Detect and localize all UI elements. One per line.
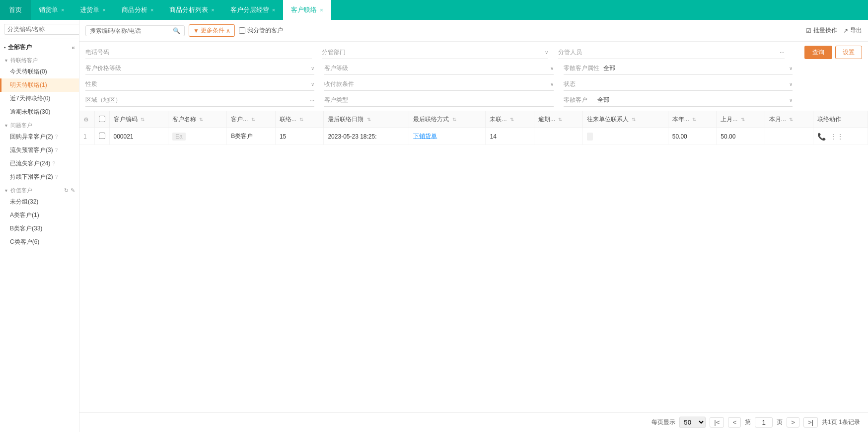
row-checkbox[interactable]: [99, 133, 105, 139]
th-last-contact-date[interactable]: 最后联络日期 ⇅: [324, 111, 409, 128]
th-this-year[interactable]: 本年... ⇅: [668, 111, 717, 128]
filter-customer-type: 客户类型: [324, 94, 553, 107]
th-overdue[interactable]: 逾期... ⇅: [534, 111, 583, 128]
filter-price-level[interactable]: 客户价格等级 ∨: [85, 62, 314, 75]
nav-customer-tier-close[interactable]: ×: [272, 7, 275, 13]
filter-nature[interactable]: 性质 ∨: [85, 78, 314, 91]
filter-customer-level[interactable]: 客户等级 ∨: [324, 62, 553, 75]
filter-status[interactable]: 状态 ∨: [564, 78, 793, 91]
filter-nature-arrow[interactable]: ∨: [311, 81, 314, 87]
batch-checkbox-icon: ☑: [806, 27, 811, 34]
nav-sales[interactable]: 销货单 ×: [31, 0, 72, 20]
contact-person-blurred: [587, 133, 593, 141]
th-last-month[interactable]: 上月... ⇅: [717, 111, 765, 128]
page-next-btn[interactable]: >: [787, 417, 799, 428]
filter-region-dots[interactable]: ···: [309, 97, 314, 104]
per-page-select[interactable]: 50 100 200: [679, 417, 706, 428]
td-this-year: 50.00: [668, 128, 717, 145]
filter-retail[interactable]: 零散客户 全部 ∨: [564, 94, 793, 107]
filter-price-arrow[interactable]: ∨: [311, 66, 314, 71]
per-page-label: 每页显示: [651, 418, 675, 427]
pagination: 每页显示 50 100 200 |< < 第 页 > >| 共1页 1条记录: [79, 412, 868, 432]
help-icon-declining: ?: [55, 174, 58, 180]
toolbar-filter-btn[interactable]: ▼ 更多条件 ∧: [189, 24, 235, 37]
batch-operation-btn[interactable]: ☑ 批量操作: [806, 26, 837, 35]
sidebar-collapse-icon[interactable]: «: [72, 44, 75, 51]
value-customers-refresh[interactable]: ↻: [64, 187, 69, 194]
sidebar-item-declining[interactable]: 持续下滑客户(2) ?: [0, 170, 79, 184]
sidebar-item-class-c[interactable]: C类客户(6): [0, 235, 79, 249]
filter-retail-attr-arrow[interactable]: ∨: [789, 66, 793, 71]
sidebar-item-churned[interactable]: 已流失客户(24) ?: [0, 157, 79, 170]
toolbar-right: ☑ 批量操作 ↗ 导出: [806, 26, 862, 35]
sidebar-item-class-a[interactable]: A类客户(1): [0, 209, 79, 222]
nav-goods-analysis-list[interactable]: 商品分析列表 ×: [161, 0, 222, 20]
sidebar-item-week[interactable]: 近7天待联络(0): [0, 92, 79, 105]
filter-payment[interactable]: 收付款条件 ∨: [324, 78, 553, 91]
nav-goods-analysis-list-close[interactable]: ×: [211, 7, 214, 13]
page-first-btn[interactable]: |<: [710, 417, 724, 428]
contact-method-link[interactable]: 下销货单: [413, 133, 437, 140]
sidebar-item-overdue[interactable]: 逾期未联络(30): [0, 105, 79, 119]
filter-customer-level-arrow[interactable]: ∨: [550, 66, 554, 71]
sidebar-item-churn-warning[interactable]: 流失预警客户(3) ?: [0, 144, 79, 157]
th-name[interactable]: 客户名称 ⇅: [168, 111, 226, 128]
main-layout: 🔍 ▪ 全部客户 « 待联络客户 今天待联络(0) 明天待联络(1) 近7天待联…: [0, 20, 868, 432]
filter-row-2: 客户价格等级 ∨ 客户等级 ∨ 零散客户属性 全部 ∨: [85, 62, 862, 75]
filter-phone-input[interactable]: [119, 49, 312, 56]
th-contact-count[interactable]: 联络... ⇅: [275, 111, 324, 128]
my-customers-checkbox[interactable]: [239, 27, 245, 34]
sort-icon-last-month: ⇅: [741, 117, 745, 122]
nav-customer-contact-close[interactable]: ×: [320, 7, 323, 13]
action-phone-icon[interactable]: 📞: [817, 133, 826, 141]
sidebar-item-repurchase-abnormal[interactable]: 回购异常客户(2) ?: [0, 130, 79, 144]
filter-department-arrow[interactable]: ∨: [545, 50, 548, 55]
table-gear-icon[interactable]: ⚙: [83, 116, 89, 123]
th-action: 联络动作: [813, 111, 868, 128]
th-type[interactable]: 客户... ⇅: [227, 111, 276, 128]
value-customers-edit[interactable]: ✎: [71, 187, 75, 194]
toolbar-search-icon[interactable]: 🔍: [173, 27, 180, 34]
filter-manager-dots[interactable]: ···: [780, 49, 785, 56]
nav-goods-analysis-close[interactable]: ×: [150, 7, 153, 13]
my-customers-checkbox-label[interactable]: 我分管的客户: [239, 26, 283, 35]
th-checkbox: [94, 111, 109, 128]
filter-department[interactable]: 分管部门 ∨: [322, 46, 548, 59]
td-name: Ea: [168, 128, 226, 145]
nav-goods-analysis[interactable]: 商品分析 ×: [114, 0, 161, 20]
sort-icon-type: ⇅: [251, 117, 255, 122]
toolbar-search-box: 🔍: [85, 25, 185, 36]
nav-sales-close[interactable]: ×: [61, 7, 64, 13]
page-last-btn[interactable]: >|: [803, 417, 818, 428]
page-number-input[interactable]: [755, 417, 773, 428]
sidebar-item-today[interactable]: 今天待联络(0): [0, 65, 79, 78]
page-prev-btn[interactable]: <: [728, 417, 741, 428]
sidebar-item-tomorrow[interactable]: 明天待联络(1): [0, 78, 79, 92]
action-more-icon[interactable]: ⋮⋮: [830, 133, 844, 141]
filter-retail-attr[interactable]: 零散客户属性 全部 ∨: [564, 62, 793, 75]
sidebar-search-input[interactable]: [4, 24, 79, 35]
export-btn[interactable]: ↗ 导出: [843, 26, 862, 35]
th-this-month[interactable]: 本月... ⇅: [765, 111, 813, 128]
top-navigation: 首页 销货单 × 进货单 × 商品分析 × 商品分析列表 × 客户分层经营 × …: [0, 0, 868, 20]
nav-purchase-close[interactable]: ×: [102, 7, 105, 13]
th-last-contact-method[interactable]: 最后联络方式 ⇅: [409, 111, 486, 128]
settings-button[interactable]: 设置: [835, 46, 862, 59]
toolbar-search-input[interactable]: [90, 27, 173, 34]
th-contact-person[interactable]: 往来单位联系人 ⇅: [582, 111, 668, 128]
all-customers-title: ▪ 全部客户 «: [0, 39, 79, 54]
filter-retail-arrow[interactable]: ∨: [789, 97, 793, 103]
th-code[interactable]: 客户编码 ⇅: [109, 111, 168, 128]
sidebar-item-ungrouped[interactable]: 未分组(32): [0, 195, 79, 209]
nav-customer-tier[interactable]: 客户分层经营 ×: [222, 0, 283, 20]
nav-purchase[interactable]: 进货单 ×: [72, 0, 113, 20]
th-uncontacted[interactable]: 未联... ⇅: [486, 111, 534, 128]
table-select-all[interactable]: [99, 116, 105, 122]
filter-status-arrow[interactable]: ∨: [789, 81, 793, 87]
sidebar-item-class-b[interactable]: B类客户(33): [0, 222, 79, 235]
customer-name-blurred: Ea: [172, 133, 186, 141]
nav-customer-contact[interactable]: 客户联络 ×: [283, 0, 331, 20]
filter-payment-arrow[interactable]: ∨: [550, 81, 554, 87]
nav-home[interactable]: 首页: [0, 0, 31, 20]
query-button[interactable]: 查询: [804, 46, 832, 59]
